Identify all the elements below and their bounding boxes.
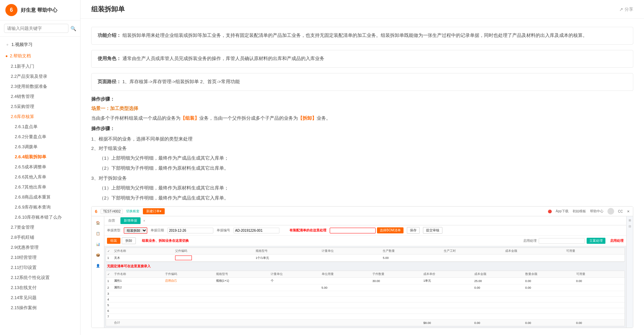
sidebar-item-data-prep[interactable]: 2.3使用前数据准备 <box>0 81 80 92</box>
sidebar-item-finance[interactable]: 2.7资金管理 <box>0 222 80 232</box>
sidebar-item-payment[interactable]: 2.13在线支付 <box>0 283 80 293</box>
ss-num-label: 单据编号 <box>217 228 230 233</box>
ss-lower-col-cost-amt: 成本金额 <box>473 271 524 278</box>
step2-sub1: （1）上部明细为父件明细，最终作为产成品生成其它入库单； <box>99 154 633 162</box>
ss-num-input[interactable] <box>233 228 279 233</box>
sidebar-item-mobile[interactable]: 2.8手机旺铺 <box>0 232 80 242</box>
ss-lower-row-4: 4 <box>106 297 625 302</box>
ss-lower-col-spec: 规格型号 <box>215 271 269 278</box>
ss-body: 🏠 📋 📊 📦 👤 自营 新增单据 × <box>92 216 633 328</box>
step3: 3、对于拆卸业务 <box>91 174 633 182</box>
sidebar-item-settings[interactable]: 2.12系统个性化设置 <box>0 273 80 283</box>
ss-lower-table-header: ✓ 子件名称 子件编码 规格型号 计量单位 单位用量 子件数量 成本单价 成本金 <box>106 271 625 278</box>
sidebar-item-newcomer[interactable]: 2.1新手入门 <box>0 61 80 71</box>
ss-upper-table: ✓ 父件名称 父件编码 规格型号 计量单位 生产数量 生产工时 成本金额 可用量 <box>106 248 625 262</box>
ss-tab-new[interactable]: 新增单据 <box>120 217 141 224</box>
sidebar-item-coupon[interactable]: 2.9优惠券管理 <box>0 242 80 253</box>
ss-date-input[interactable] <box>167 228 213 233</box>
sidebar-item-cost-adjust[interactable]: 2.6.5成本调整单 <box>0 162 80 172</box>
sidebar-item-install[interactable]: 2.2产品安装及登录 <box>0 71 80 81</box>
ss-col-parent-name: 父件名称 <box>113 248 174 255</box>
step1: 1、根据不同的业务，选择不同单据的类型来处理 <box>91 135 633 143</box>
nav-section-video: ＋ 1.视频学习 <box>0 39 80 50</box>
ss-lower-table-container: ✓ 子件名称 子件编码 规格型号 计量单位 单位用量 子件数量 成本单价 成本金 <box>106 271 625 326</box>
ss-right-icon-2[interactable]: ⊟ <box>627 224 633 229</box>
ss-company: TEST-H002 <box>101 209 123 214</box>
sidebar-item-video-learning[interactable]: ＋ 1.视频学习 <box>0 39 80 50</box>
ss-bom-input[interactable] <box>330 228 376 233</box>
top-bar: 组装拆卸单 ↗ 分享 <box>80 0 644 19</box>
search-box: 🔍 <box>0 20 80 37</box>
ss-lower-row-2: 2 属性2 5.00 0.00 <box>106 284 625 291</box>
sidebar-item-cost-recalc[interactable]: 2.6.8商品成本重算 <box>0 192 80 202</box>
step3-sub2: （2）下部明细为子件明细，最终作为产成品生成其它入库单。 <box>99 194 633 202</box>
ss-disassembly-btn[interactable]: 拆卸 <box>122 237 136 244</box>
sidebar-item-faq[interactable]: 2.14常见问题 <box>0 293 80 303</box>
ss-tab-ziying[interactable]: 自营 <box>104 217 119 225</box>
page-title: 组装拆卸单 <box>91 5 125 14</box>
ss-lower-col-qty-balance: 数量余额 <box>524 271 575 278</box>
ss-col-ops <box>613 248 625 255</box>
step3-sub1: （1）上部明细为父件明细，最终作为原材料生成其它出库单； <box>99 184 633 192</box>
ss-lower-col-child-name: 子件名称 <box>113 271 164 278</box>
ss-logo: 6 <box>95 209 97 214</box>
search-input[interactable] <box>4 24 68 33</box>
sidebar-item-partial-stocktake[interactable]: 2.6.2分量盘点单 <box>0 132 80 142</box>
ss-bom-btn[interactable]: 选择BOM清单 <box>377 227 404 233</box>
sidebar-item-ledger-query[interactable]: 2.6.9库存账本查询 <box>0 202 80 212</box>
sidebar-item-help-docs[interactable]: ● 2.帮助文档 <box>0 51 80 61</box>
ss-nav-icon-chart[interactable]: 📊 <box>93 239 103 249</box>
ss-col-cost: 成本金额 <box>504 248 565 255</box>
sidebar-item-operations[interactable]: 2.10经营管理 <box>0 253 80 263</box>
ss-process-area: 启用处理 立案处理 <box>523 238 605 244</box>
sidebar-item-inventory[interactable]: 2.6库存核算 <box>0 112 80 122</box>
ss-nav-icon-goods[interactable]: 📦 <box>93 250 103 260</box>
ss-nav-icon-home[interactable]: 🏠 <box>93 218 103 228</box>
ss-parent-code-input[interactable] <box>175 256 192 260</box>
role-label: 使用角色： <box>98 56 121 61</box>
steps-section: 操作步骤： 场景一：加工类型选择 当由多个子件材料组装成一个成品的业务为【组装】… <box>91 96 633 202</box>
ss-lower-col-check: ✓ <box>106 271 113 278</box>
ss-col-work-hrs: 生产工时 <box>442 248 503 255</box>
ss-submit-btn[interactable]: 提交审核 <box>423 227 442 234</box>
ss-lower-col-child-code: 子件编码 <box>164 271 215 278</box>
sidebar-item-print[interactable]: 2.11打印设置 <box>0 263 80 273</box>
ss-top-right-icons: 🔴 App下载 初始模板 帮助中心 CC ✕ <box>548 208 630 215</box>
ss-process-input[interactable] <box>539 238 585 244</box>
ops-title: 操作步骤： <box>91 96 633 102</box>
sidebar-item-purchase[interactable]: 2.5采购管理 <box>0 102 80 112</box>
role-block: 使用角色： 通常由生产人员或库管人员完成拆装业务的操作，库管人员确认原材料的出库… <box>91 50 633 68</box>
ss-lower-row-5: 5 <box>106 302 625 308</box>
ss-main-panel: 自营 新增单据 × 单据类型 组装拆卸 单据日期 单据编号 <box>104 216 626 328</box>
ss-upper-row-1: 1 关木 1个/1单元 5.00 <box>106 255 625 262</box>
step2: 2、对于组装业务 <box>91 145 633 153</box>
sidebar-item-sales[interactable]: 2.4销售管理 <box>0 92 80 102</box>
ss-avatar <box>607 208 614 215</box>
ss-assembly-btn[interactable]: 组装 <box>107 238 120 244</box>
ss-nav-icon-doc[interactable]: 📋 <box>93 228 103 238</box>
share-button[interactable]: ↗ 分享 <box>619 6 633 12</box>
ss-right-icon-1[interactable]: ⊞ <box>627 218 633 223</box>
ss-save-btn[interactable]: 保存 <box>407 227 420 234</box>
ss-new-order-btn[interactable]: 新建订单▾ <box>143 208 165 214</box>
ss-right-nav: ⊞ ⊟ <box>626 216 633 328</box>
sidebar-item-stocktake[interactable]: 2.6.1盘点单 <box>0 122 80 132</box>
ss-tab-close[interactable]: × <box>143 219 145 223</box>
sidebar-item-transfer[interactable]: 2.6.3调拨单 <box>0 142 80 152</box>
sidebar-item-assembly[interactable]: 2.6.4组装拆卸单 <box>0 152 80 162</box>
ss-left-nav: 🏠 📋 📊 📦 👤 <box>92 216 104 328</box>
main-content: 组装拆卸单 ↗ 分享 功能介绍： 组装拆卸单用来处理企业组装或拆卸等加工业务，支… <box>80 0 644 335</box>
ss-switch-btn[interactable]: 切换账套 <box>126 209 140 214</box>
sidebar-item-other-out[interactable]: 2.6.7其他出库单 <box>0 182 80 192</box>
intro-block: 功能介绍： 组装拆卸单用来处理企业组装或拆卸等加工业务，支持有固定装配清单的产品… <box>91 27 633 45</box>
ss-process-btn[interactable]: 立案处理 <box>587 238 605 244</box>
ss-type-label: 单据类型 <box>107 228 120 233</box>
ss-nav-icon-person[interactable]: 👤 <box>93 261 103 271</box>
sidebar-header: 6 好生意 帮助中心 <box>0 0 80 20</box>
sidebar-item-other-in[interactable]: 2.6.6其他入库单 <box>0 172 80 182</box>
ss-type-select[interactable]: 组装拆卸 <box>124 227 147 234</box>
ss-lower-footer: 合计 $8.00 0.00 0.00 <box>106 320 625 326</box>
sidebar-item-ledger-issue[interactable]: 2.6.10库存账本错了么办 <box>0 212 80 222</box>
search-button[interactable]: 🔍 <box>70 26 76 31</box>
sidebar-item-cases[interactable]: 2.15操作案例 <box>0 303 80 313</box>
